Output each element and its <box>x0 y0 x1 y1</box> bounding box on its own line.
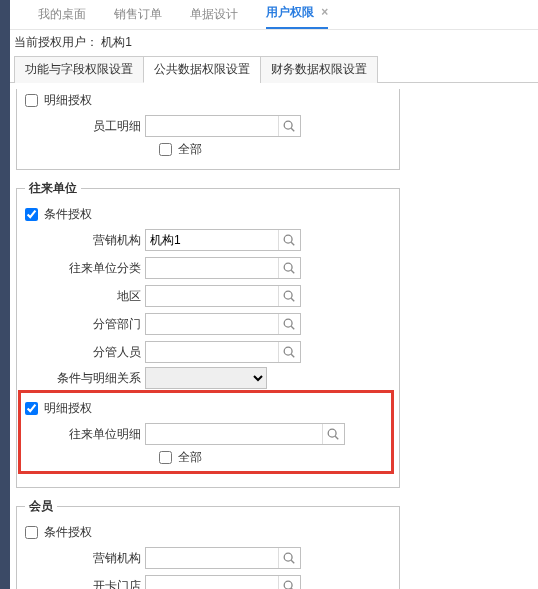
lookup-employee-detail[interactable] <box>145 115 301 137</box>
label-wldwmx: 往来单位明细 <box>25 426 145 443</box>
svg-point-4 <box>284 263 292 271</box>
svg-point-0 <box>284 121 292 129</box>
search-icon[interactable] <box>278 576 298 589</box>
label-yxjg: 营销机构 <box>25 232 145 249</box>
section-hy: 会员 条件授权 营销机构 开卡门店 <box>16 498 400 589</box>
chk-all-employee[interactable] <box>159 143 172 156</box>
search-icon[interactable] <box>322 424 342 444</box>
close-icon[interactable]: × <box>321 5 328 19</box>
label-hy-kkmd: 开卡门店 <box>25 578 145 590</box>
info-user: 机构1 <box>101 35 132 49</box>
subtab-public-data[interactable]: 公共数据权限设置 <box>143 56 261 83</box>
subtab-function-field[interactable]: 功能与字段权限设置 <box>14 56 144 83</box>
svg-line-7 <box>291 298 294 301</box>
tab-sales-order[interactable]: 销售订单 <box>114 6 162 29</box>
svg-point-16 <box>284 581 292 589</box>
chk-all-wldw[interactable] <box>159 451 172 464</box>
svg-point-2 <box>284 235 292 243</box>
svg-line-13 <box>335 436 338 439</box>
select-rel-wldw[interactable] <box>145 367 267 389</box>
tab-user-permission[interactable]: 用户权限 × <box>266 4 328 29</box>
chk-label: 条件授权 <box>44 524 92 541</box>
lookup-fgbm[interactable] <box>145 313 301 335</box>
tab-desktop[interactable]: 我的桌面 <box>38 6 86 29</box>
input-yxjg[interactable] <box>146 231 278 249</box>
all-label: 全部 <box>178 449 202 466</box>
lookup-hy-yxjg[interactable] <box>145 547 301 569</box>
chk-detail-auth-employee[interactable] <box>25 94 38 107</box>
all-label: 全部 <box>178 141 202 158</box>
legend-hy: 会员 <box>25 498 57 515</box>
search-icon[interactable] <box>278 314 298 334</box>
legend-wldw: 往来单位 <box>25 180 81 197</box>
lookup-dq[interactable] <box>145 285 301 307</box>
label-employee-detail: 员工明细 <box>25 118 145 135</box>
input-fgbm[interactable] <box>146 315 278 333</box>
label-dq: 地区 <box>25 288 145 305</box>
svg-point-12 <box>328 429 336 437</box>
chk-cond-hy[interactable] <box>25 526 38 539</box>
search-icon[interactable] <box>278 258 298 278</box>
main-tabs: 我的桌面 销售订单 单据设计 用户权限 × <box>10 0 538 30</box>
label-wldwfl: 往来单位分类 <box>25 260 145 277</box>
svg-line-11 <box>291 354 294 357</box>
input-wldwfl[interactable] <box>146 259 278 277</box>
lookup-wldwmx[interactable] <box>145 423 345 445</box>
svg-point-14 <box>284 553 292 561</box>
sub-tabs: 功能与字段权限设置 公共数据权限设置 财务数据权限设置 <box>10 55 538 83</box>
lookup-wldwfl[interactable] <box>145 257 301 279</box>
section-employee-detail: 明细授权 员工明细 全部 <box>16 89 400 170</box>
svg-line-9 <box>291 326 294 329</box>
svg-point-8 <box>284 319 292 327</box>
chk-label: 条件授权 <box>44 206 92 223</box>
input-fgry[interactable] <box>146 343 278 361</box>
chk-label: 明细授权 <box>44 92 92 109</box>
section-wldw: 往来单位 条件授权 营销机构 往来单位分类 <box>16 180 400 488</box>
search-icon[interactable] <box>278 230 298 250</box>
lookup-fgry[interactable] <box>145 341 301 363</box>
chk-cond-wldw[interactable] <box>25 208 38 221</box>
tab-form-design[interactable]: 单据设计 <box>190 6 238 29</box>
input-employee-detail[interactable] <box>146 117 278 135</box>
svg-line-15 <box>291 560 294 563</box>
svg-point-6 <box>284 291 292 299</box>
label-rel: 条件与明细关系 <box>25 370 145 387</box>
search-icon[interactable] <box>278 548 298 568</box>
input-hy-kkmd[interactable] <box>146 577 278 589</box>
label-hy-yxjg: 营销机构 <box>25 550 145 567</box>
info-prefix: 当前授权用户： <box>14 35 98 49</box>
search-icon[interactable] <box>278 286 298 306</box>
label-fgbm: 分管部门 <box>25 316 145 333</box>
tab-label: 用户权限 <box>266 5 314 19</box>
chk-detail-wldw[interactable] <box>25 402 38 415</box>
svg-line-5 <box>291 270 294 273</box>
lookup-yxjg[interactable] <box>145 229 301 251</box>
highlight-box: 明细授权 往来单位明细 全部 <box>21 393 391 471</box>
svg-point-10 <box>284 347 292 355</box>
lookup-hy-kkmd[interactable] <box>145 575 301 589</box>
input-wldwmx[interactable] <box>146 425 322 443</box>
current-user-line: 当前授权用户： 机构1 <box>10 30 538 55</box>
svg-line-1 <box>291 128 294 131</box>
subtab-finance-data[interactable]: 财务数据权限设置 <box>260 56 378 83</box>
input-hy-yxjg[interactable] <box>146 549 278 567</box>
svg-line-3 <box>291 242 294 245</box>
input-dq[interactable] <box>146 287 278 305</box>
chk-label: 明细授权 <box>44 400 92 417</box>
search-icon[interactable] <box>278 342 298 362</box>
label-fgry: 分管人员 <box>25 344 145 361</box>
search-icon[interactable] <box>278 116 298 136</box>
